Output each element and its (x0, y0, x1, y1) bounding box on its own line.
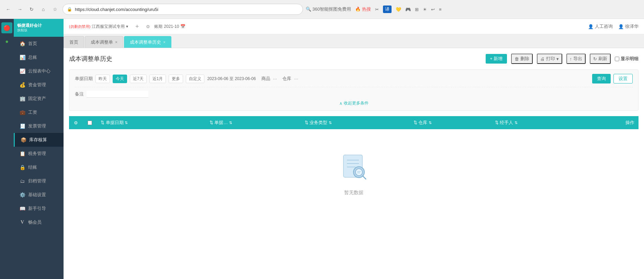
consult-button[interactable]: 👤 人工咨询 (588, 23, 613, 30)
user-profile[interactable]: 👤 徐泽华 (618, 23, 639, 30)
th-date[interactable]: ⇅ 单据日期 (97, 116, 205, 129)
date-btn-1month[interactable]: 近1月 (149, 75, 166, 83)
tab-cost-adjust-history-close[interactable]: × (163, 40, 166, 45)
sidebar-item-home[interactable]: 🏠 首页 (14, 37, 64, 51)
browser-tool-search[interactable]: 🔍 360智能抠图免费用 (306, 6, 351, 12)
tab-cost-adjust-label: 成本调整单 (91, 39, 113, 45)
sidebar-item-tax[interactable]: 📋 税务管理 (14, 147, 64, 160)
print-button[interactable]: 🖨 打印 ▾ (537, 54, 562, 64)
table-header: ⚙ ⇅ 单据日期 ⇅ 单据… (69, 116, 639, 129)
funds-icon: 💰 (19, 82, 25, 88)
th-warehouse[interactable]: ⇅ 仓库 (409, 116, 491, 129)
calendar-icon[interactable]: 📅 (180, 24, 185, 29)
collapse-arrow-icon: ∧ (339, 101, 342, 106)
company-name: 江西服宝测试专用 (92, 24, 125, 30)
date-btn-7days[interactable]: 近7天 (130, 75, 147, 83)
company-dropdown-icon: ▾ (126, 24, 128, 29)
bookmark-button[interactable]: ☆ (50, 4, 60, 14)
address-bar[interactable]: 🔒 https://cloud.chanjet.com/accounting/u… (63, 4, 303, 15)
company-selector[interactable]: (勿删勿禁用) 江西服宝测试专用 ▾ (69, 24, 128, 30)
icon-sidebar-weibo[interactable]: 🔴 (1, 22, 12, 33)
browser-tool-theme[interactable]: ☀ (423, 7, 427, 12)
browser-tool-scissors[interactable]: ✂ (375, 7, 379, 12)
date-btn-today[interactable]: 今天 (113, 75, 127, 83)
date-filter-group: 单据日期 昨天 今天 近7天 近1月 更多 自定义 2023-06-06 至 2… (75, 75, 256, 83)
display-detail-checkbox-label[interactable]: 显示明细 (615, 56, 639, 62)
sidebar-item-invoices[interactable]: 🧾 发票管理 (14, 119, 64, 133)
export-icon: ↑ (570, 56, 572, 62)
page-header: 成本调整单历史 + 新增 🗑 删除 🖨 打印 ▾ ↑ 导出 (69, 54, 639, 64)
tabs-bar: 首页 成本调整单 × 成本调整单历史 × (64, 34, 644, 48)
empty-illustration (337, 150, 371, 184)
sidebar-item-archive[interactable]: 🗂 归档管理 (14, 174, 64, 188)
user-avatar: 👤 (618, 24, 624, 29)
tab-cost-adjust[interactable]: 成本调整单 × (85, 36, 123, 48)
date-btn-yesterday[interactable]: 昨天 (95, 75, 110, 83)
sidebar-item-member[interactable]: V 畅会员 (14, 215, 64, 229)
date-btn-custom[interactable]: 自定义 (186, 75, 204, 83)
warehouse-ellipsis: ··· (294, 76, 298, 81)
sidebar-item-ledger[interactable]: 📊 总账 (14, 51, 64, 64)
sidebar-item-guide[interactable]: 📖 新手引导 (14, 202, 64, 215)
assets-icon: 🏢 (19, 96, 25, 101)
sidebar-item-payroll[interactable]: 💼 工资 (14, 105, 64, 119)
delete-icon: 🗑 (515, 56, 519, 62)
filter-settings-button[interactable]: 设置 (613, 74, 633, 83)
browser-tool-grid[interactable]: ⊞ (415, 7, 419, 12)
sidebar-item-funds[interactable]: 💰 资金管理 (14, 78, 64, 92)
select-all-checkbox[interactable] (88, 121, 92, 125)
th-handler[interactable]: ⇅ 经手人 (491, 116, 586, 129)
column-settings-icon[interactable]: ⚙ (74, 120, 78, 125)
tab-cost-adjust-history[interactable]: 成本调整单历史 × (124, 36, 171, 48)
icon-sidebar: 🔴 ● (0, 19, 14, 279)
browser-tool-wallet[interactable]: 💛 (396, 7, 401, 12)
th-settings[interactable]: ⚙ (69, 116, 83, 129)
closing-icon: 🔒 (19, 165, 25, 170)
browser-tool-history[interactable]: ↩ (431, 7, 435, 12)
tab-home[interactable]: 首页 (64, 36, 84, 48)
th-checkbox[interactable] (83, 116, 97, 129)
sidebar-label-tax: 税务管理 (28, 150, 46, 157)
sidebar-item-reports[interactable]: 📈 云报表中心 (14, 64, 64, 78)
add-company-button[interactable]: + (132, 22, 142, 31)
warehouse-filter-group: 仓库 ··· (282, 76, 298, 82)
th-warehouse-label: ⇅ 仓库 (414, 120, 428, 125)
delete-button[interactable]: 🗑 删除 (511, 54, 533, 64)
period-value: 2021-10 (164, 24, 179, 29)
icon-sidebar-green[interactable]: ● (1, 36, 12, 47)
sidebar-logo: 畅捷通好会计 旗舰版 (14, 19, 64, 37)
note-filter-label: 备注 (75, 91, 84, 97)
browser-tool-menu[interactable]: ≡ (439, 7, 442, 12)
sidebar-label-guide: 新手引导 (28, 205, 46, 212)
sidebar-item-inventory[interactable]: 📦 库存核算 (14, 133, 64, 147)
display-detail-checkbox[interactable] (615, 57, 619, 61)
export-button[interactable]: ↑ 导出 (566, 54, 586, 64)
query-button[interactable]: 查询 (592, 74, 611, 83)
sidebar-item-assets[interactable]: 🏢 固定资产 (14, 92, 64, 105)
th-number[interactable]: ⇅ 单据… (205, 116, 301, 129)
browser-chrome: ← → ↻ ⌂ ☆ 🔒 https://cloud.chanjet.com/ac… (0, 0, 644, 19)
tab-cost-adjust-close[interactable]: × (115, 40, 117, 45)
browser-tool-translate[interactable]: 译 (383, 5, 392, 13)
period-label: 账期 (154, 24, 162, 30)
browser-tool-game[interactable]: 🎮 (405, 7, 411, 12)
tab-cost-adjust-history-label: 成本调整单历史 (130, 39, 161, 45)
th-biz-type[interactable]: ⇅ 业务类型 (301, 116, 409, 129)
home-button[interactable]: ⌂ (38, 4, 48, 14)
sidebar-item-closing[interactable]: 🔒 结账 (14, 160, 64, 174)
company-settings-icon[interactable]: ⚙ (146, 24, 150, 29)
date-btn-more[interactable]: 更多 (169, 75, 183, 83)
reload-button[interactable]: ↻ (27, 4, 36, 14)
browser-tool-hot[interactable]: 🔥 热搜 (355, 6, 371, 12)
forward-button[interactable]: → (15, 4, 25, 14)
back-button[interactable]: ← (3, 4, 13, 14)
table-body: 暂无数据 (69, 129, 639, 216)
data-table: ⚙ ⇅ 单据日期 ⇅ 单据… (69, 116, 639, 216)
refresh-button[interactable]: ↻ 刷新 (590, 54, 611, 64)
sidebar-item-settings[interactable]: ⚙️ 基础设置 (14, 188, 64, 202)
collapse-filter-button[interactable]: ∧ 收起更多条件 (339, 100, 369, 106)
date-filter-label: 单据日期 (75, 76, 93, 82)
add-button[interactable]: + 新增 (486, 54, 507, 64)
note-filter-input[interactable] (87, 91, 148, 98)
settings-icon: ⚙️ (19, 192, 25, 198)
